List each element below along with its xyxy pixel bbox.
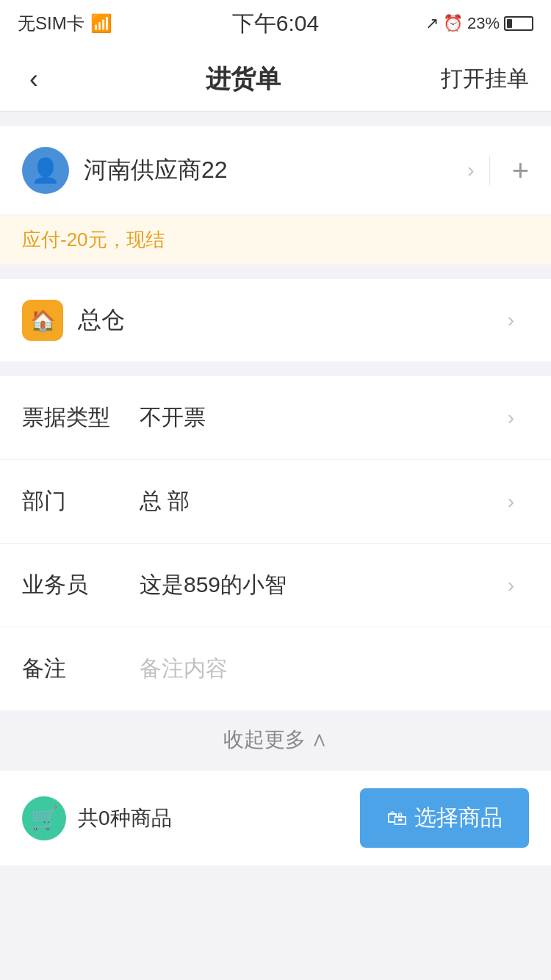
warehouse-row[interactable]: 🏠 总仓 › bbox=[0, 279, 551, 361]
status-left: 无SIM卡 📶 bbox=[18, 12, 112, 35]
divider bbox=[489, 156, 490, 185]
department-label: 部门 bbox=[22, 486, 110, 516]
remark-row[interactable]: 备注 备注内容 bbox=[0, 627, 551, 710]
supplier-row[interactable]: 👤 河南供应商22 › + bbox=[0, 126, 551, 215]
cart-icon: 🛒 bbox=[31, 805, 58, 831]
wifi-icon: 📶 bbox=[90, 13, 112, 34]
carrier-text: 无SIM卡 bbox=[18, 12, 84, 35]
add-supplier-button[interactable]: + bbox=[512, 154, 529, 187]
select-goods-button[interactable]: 🛍 选择商品 bbox=[360, 788, 529, 848]
goods-count-text: 共0种商品 bbox=[78, 804, 172, 832]
chevron-right-icon: › bbox=[467, 159, 474, 182]
warehouse-name: 总仓 bbox=[78, 304, 508, 336]
warehouse-section: 🏠 总仓 › bbox=[0, 279, 551, 361]
invoice-type-value: 不开票 bbox=[140, 403, 508, 433]
back-button[interactable]: ‹ bbox=[22, 57, 46, 102]
section-gap-1 bbox=[0, 112, 551, 126]
salesman-value: 这是859的小智 bbox=[140, 570, 508, 600]
location-icon: ↗ bbox=[425, 14, 439, 33]
department-value: 总 部 bbox=[140, 486, 508, 516]
goods-count-area: 🛒 共0种商品 bbox=[22, 796, 172, 840]
form-section: 票据类型 不开票 › 部门 总 部 › 业务员 这是859的小智 › 备注 备注… bbox=[0, 376, 551, 710]
page-title: 进货单 bbox=[206, 62, 281, 96]
select-goods-icon: 🛍 bbox=[386, 806, 407, 830]
warehouse-icon: 🏠 bbox=[22, 300, 63, 341]
battery-icon bbox=[504, 16, 533, 31]
notice-text: 应付-20元，现结 bbox=[22, 228, 165, 251]
remark-value[interactable]: 备注内容 bbox=[140, 654, 529, 684]
avatar-icon: 👤 bbox=[31, 156, 60, 184]
chevron-right-icon: › bbox=[508, 406, 514, 430]
notice-bar: 应付-20元，现结 bbox=[0, 215, 551, 264]
open-pending-button[interactable]: 打开挂单 bbox=[441, 64, 529, 94]
avatar: 👤 bbox=[22, 147, 69, 194]
department-row[interactable]: 部门 总 部 › bbox=[0, 460, 551, 544]
chevron-right-icon: › bbox=[508, 309, 514, 332]
invoice-type-label: 票据类型 bbox=[22, 403, 110, 433]
house-icon: 🏠 bbox=[30, 309, 56, 333]
status-right: ↗ ⏰ 23% bbox=[425, 14, 533, 33]
collapse-label: 收起更多 ∧ bbox=[223, 726, 328, 754]
salesman-row[interactable]: 业务员 这是859的小智 › bbox=[0, 544, 551, 627]
alarm-icon: ⏰ bbox=[443, 14, 463, 33]
battery-percent: 23% bbox=[467, 14, 500, 33]
supplier-section: 👤 河南供应商22 › + 应付-20元，现结 bbox=[0, 126, 551, 264]
chevron-right-icon: › bbox=[508, 574, 514, 597]
select-goods-label: 选择商品 bbox=[414, 803, 503, 833]
nav-bar: ‹ 进货单 打开挂单 bbox=[0, 47, 551, 112]
collapse-row[interactable]: 收起更多 ∧ bbox=[0, 710, 551, 769]
bottom-bar: 🛒 共0种商品 🛍 选择商品 bbox=[0, 771, 551, 865]
status-bar: 无SIM卡 📶 下午6:04 ↗ ⏰ 23% bbox=[0, 0, 551, 47]
invoice-type-row[interactable]: 票据类型 不开票 › bbox=[0, 376, 551, 460]
supplier-name: 河南供应商22 bbox=[84, 154, 467, 187]
goods-cart-icon: 🛒 bbox=[22, 796, 66, 840]
status-time: 下午6:04 bbox=[232, 9, 319, 39]
salesman-label: 业务员 bbox=[22, 570, 110, 600]
chevron-right-icon: › bbox=[508, 490, 514, 514]
remark-label: 备注 bbox=[22, 654, 110, 684]
